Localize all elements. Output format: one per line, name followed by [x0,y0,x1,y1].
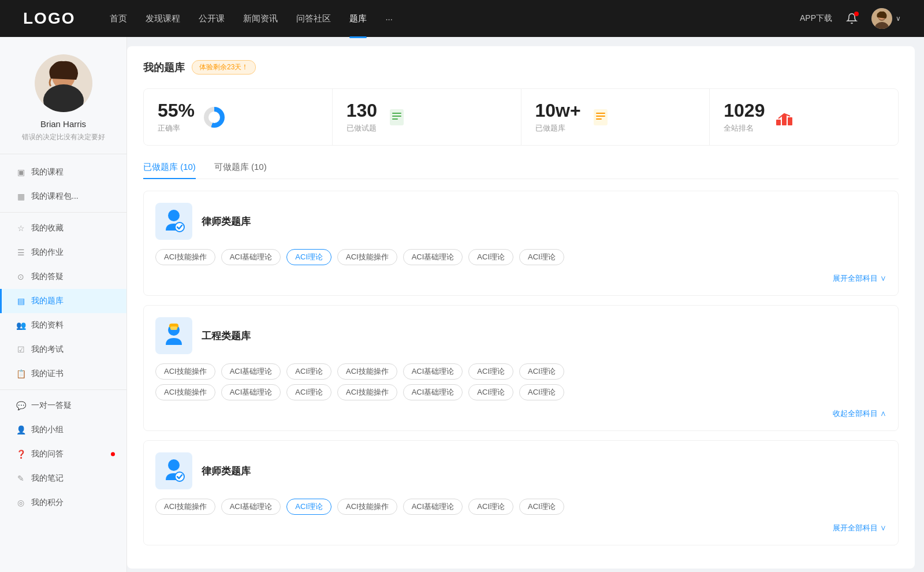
sidebar-item-my-profile[interactable]: 👥 我的资料 [0,313,126,337]
tag-engineer-0-0[interactable]: ACI技能操作 [155,363,215,380]
navbar-right: APP下载 ∨ [800,8,901,29]
qbank-icon-lawyer1 [155,203,192,240]
tab-todo[interactable]: 可做题库 (10) [214,162,267,179]
tag-lawyer2-2[interactable]: ACI理论 [286,499,331,515]
tag-engineer-0-2[interactable]: ACI理论 [286,363,331,380]
accuracy-icon [204,107,225,128]
user-avatar-button[interactable]: ∨ [871,8,901,29]
tag-engineer-0-5[interactable]: ACI理论 [468,363,513,380]
profile-avatar [35,54,92,112]
tag-lawyer1-1[interactable]: ACI基础理论 [221,249,281,265]
course-icon: ▣ [16,168,25,177]
logo: LOGO [23,9,75,28]
profile-icon: 👥 [16,321,25,330]
nav-home[interactable]: 首页 [110,11,127,27]
banks-value: 10w+ [535,101,581,121]
collection-icon: ☆ [16,224,25,233]
nav-qbank[interactable]: 题库 [349,11,367,27]
tag-engineer-1-2[interactable]: ACI理论 [286,384,331,400]
tag-lawyer2-6[interactable]: ACI理论 [519,499,564,515]
profile-avatar-image [35,54,92,112]
svg-point-18 [168,210,180,221]
tag-engineer-0-6[interactable]: ACI理论 [519,363,564,380]
tag-lawyer1-0[interactable]: ACI技能操作 [155,249,215,265]
questions-value: 130 [346,101,377,121]
stat-ranking: 1029 全站排名 [710,89,898,145]
tag-lawyer1-2[interactable]: ACI理论 [286,249,331,265]
sidebar-item-my-qa[interactable]: ⊙ 我的答疑 [0,265,126,289]
tag-engineer-1-3[interactable]: ACI技能操作 [337,384,397,400]
sidebar-item-my-package[interactable]: ▦ 我的课程包... [0,184,126,209]
tag-engineer-0-4[interactable]: ACI基础理论 [403,363,463,380]
notification-dot [854,12,859,16]
banks-label: 已做题库 [535,123,581,133]
sidebar-item-my-exam[interactable]: ☑ 我的考试 [0,337,126,362]
svg-rect-11 [594,109,608,125]
tag-lawyer2-0[interactable]: ACI技能操作 [155,499,215,515]
tag-lawyer2-1[interactable]: ACI基础理论 [221,499,281,515]
questions-label: 已做试题 [346,123,377,133]
tag-lawyer2-5[interactable]: ACI理论 [468,499,513,515]
profile-name: Brian Harris [40,119,86,129]
sidebar: Brian Harris 错误的决定比没有决定要好 ▣ 我的课程 ▦ 我的课程包… [0,37,127,572]
sidebar-item-my-course[interactable]: ▣ 我的课程 [0,160,126,184]
package-icon: ▦ [16,192,25,201]
sidebar-item-my-answers[interactable]: ❓ 我的问答 [0,442,126,466]
stats-row: 55% 正确率 130 已做试题 [143,88,899,146]
navbar: LOGO 首页 发现课程 公开课 新闻资讯 问答社区 题库 ··· APP下载 [0,0,924,37]
qbank-icon-engineer [155,317,192,354]
tag-lawyer2-3[interactable]: ACI技能操作 [337,499,397,515]
tag-engineer-0-1[interactable]: ACI基础理论 [221,363,281,380]
tag-lawyer1-5[interactable]: ACI理论 [468,249,513,265]
expand-link-lawyer2[interactable]: 展开全部科目 ∨ [155,519,886,533]
one-on-one-icon: 💬 [16,401,25,410]
avatar [871,8,892,29]
tag-lawyer1-6[interactable]: ACI理论 [519,249,564,265]
sidebar-item-my-homework[interactable]: ☰ 我的作业 [0,240,126,265]
tag-engineer-1-6[interactable]: ACI理论 [519,384,564,400]
qbank-section-engineer: 工程类题库 ACI技能操作 ACI基础理论 ACI理论 ACI技能操作 ACI基… [143,305,899,431]
tags-row-engineer-2: ACI技能操作 ACI基础理论 ACI理论 ACI技能操作 ACI基础理论 AC… [155,384,886,400]
tag-lawyer1-4[interactable]: ACI基础理论 [403,249,463,265]
qbank-header-engineer: 工程类题库 [155,317,886,354]
nav-more[interactable]: ··· [385,12,393,26]
tag-lawyer2-4[interactable]: ACI基础理论 [403,499,463,515]
sidebar-item-my-group[interactable]: 👤 我的小组 [0,418,126,442]
tag-engineer-0-3[interactable]: ACI技能操作 [337,363,397,380]
svg-rect-13 [596,116,605,117]
points-icon: ◎ [16,498,25,507]
qbank-title-lawyer2: 律师类题库 [202,465,251,478]
banks-icon [590,107,611,128]
main-layout: Brian Harris 错误的决定比没有决定要好 ▣ 我的课程 ▦ 我的课程包… [0,37,924,572]
sidebar-item-my-qbank[interactable]: ▤ 我的题库 [0,289,126,313]
tags-row-engineer-1: ACI技能操作 ACI基础理论 ACI理论 ACI技能操作 ACI基础理论 AC… [155,363,886,380]
nav-discover[interactable]: 发现课程 [146,11,180,27]
tab-done[interactable]: 已做题库 (10) [143,162,196,179]
sidebar-item-my-collection[interactable]: ☆ 我的收藏 [0,216,126,240]
expand-link-lawyer1[interactable]: 展开全部科目 ∨ [155,270,886,284]
sidebar-item-my-cert[interactable]: 📋 我的证书 [0,362,126,386]
tag-lawyer1-3[interactable]: ACI技能操作 [337,249,397,265]
sidebar-item-my-notes[interactable]: ✎ 我的笔记 [0,466,126,491]
tags-row-lawyer2: ACI技能操作 ACI基础理论 ACI理论 ACI技能操作 ACI基础理论 AC… [155,499,886,515]
svg-rect-17 [788,117,792,125]
sidebar-item-one-on-one[interactable]: 💬 一对一答疑 [0,393,126,418]
tag-engineer-1-1[interactable]: ACI基础理论 [221,384,281,400]
profile-motto: 错误的决定比没有决定要好 [22,132,105,142]
nav-news[interactable]: 新闻资讯 [243,11,278,27]
tag-engineer-1-4[interactable]: ACI基础理论 [403,384,463,400]
svg-rect-10 [392,118,398,120]
qbank-header-lawyer2: 律师类题库 [155,452,886,489]
tag-engineer-1-0[interactable]: ACI技能操作 [155,384,215,400]
nav-qa[interactable]: 问答社区 [296,11,331,27]
app-download-button[interactable]: APP下载 [800,13,832,24]
bell-button[interactable] [844,10,860,27]
nav-open[interactable]: 公开课 [199,11,225,27]
tags-row-lawyer1: ACI技能操作 ACI基础理论 ACI理论 ACI技能操作 ACI基础理论 AC… [155,249,886,265]
qbank-section-lawyer1: 律师类题库 ACI技能操作 ACI基础理论 ACI理论 ACI技能操作 ACI基… [143,191,899,296]
svg-rect-14 [596,118,602,120]
tabs-row: 已做题库 (10) 可做题库 (10) [143,162,899,179]
collapse-link-engineer[interactable]: 收起全部科目 ∧ [155,405,886,419]
tag-engineer-1-5[interactable]: ACI理论 [468,384,513,400]
sidebar-item-my-points[interactable]: ◎ 我的积分 [0,491,126,515]
